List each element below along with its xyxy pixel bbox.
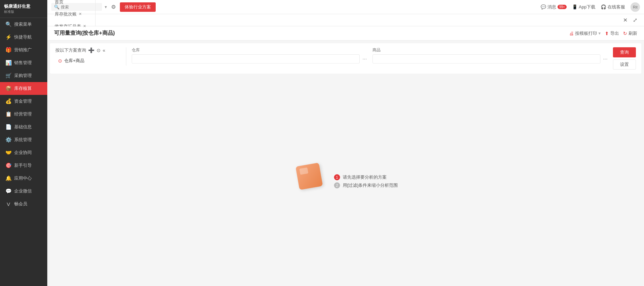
- warehouse-input-row: ···: [132, 54, 368, 63]
- sidebar-item-search[interactable]: 🔍 搜索菜单: [0, 18, 47, 31]
- settings-scheme-btn[interactable]: ⊙: [97, 48, 101, 53]
- sidebar-scroll: 🔍 搜索菜单 ⚡ 快捷导航 🎁 营销推广 📊 销售管理 🛒 采购管理 📦 库存核…: [0, 18, 47, 286]
- top-header: 🔍 ▾ ⚙ 体验行业方案 💬 消息 99+ 📱 App下载 🎧 在线客服 Rit: [47, 0, 644, 14]
- warehouse-input[interactable]: [132, 54, 360, 63]
- gear-icon[interactable]: ⚙: [110, 2, 117, 11]
- print-icon: 🖨: [569, 31, 574, 36]
- sidebar-label-sales: 销售管理: [14, 60, 32, 66]
- sidebar-label-marketing: 营销推广: [14, 47, 32, 53]
- tab-close-receipt-summary[interactable]: ✕: [83, 24, 86, 28]
- sidebar-icon-apps: 🔔: [5, 175, 11, 181]
- close-tab-btn[interactable]: ✕: [622, 16, 629, 25]
- sidebar-icon-search: 🔍: [5, 21, 11, 27]
- tab-close-batch-ledger[interactable]: ✕: [79, 12, 82, 16]
- tab-label-batch-ledger: 库存批次账: [55, 11, 77, 17]
- empty-box-icon: [295, 162, 323, 190]
- sidebar-label-purchase: 采购管理: [14, 73, 32, 79]
- warehouse-label: 仓库: [132, 47, 368, 53]
- hint-item-1: 1 请先选择要分析的方案: [334, 174, 398, 180]
- sidebar-item-sales[interactable]: 📊 销售管理: [0, 56, 47, 69]
- sidebar-item-cooperation[interactable]: 🤝 企业协同: [0, 146, 47, 159]
- sidebar-item-operations[interactable]: 📋 经营管理: [0, 108, 47, 121]
- message-action[interactable]: 💬 消息 99+: [541, 4, 567, 10]
- online-service-action[interactable]: 🎧 在线客服: [601, 4, 625, 10]
- sidebar-label-basic: 基础信息: [14, 124, 32, 130]
- warehouse-more-btn[interactable]: ···: [361, 55, 368, 63]
- message-icon: 💬: [541, 4, 546, 9]
- sidebar-item-member[interactable]: V 畅会员: [0, 198, 47, 210]
- refresh-action[interactable]: ↻ 刷新: [623, 30, 637, 36]
- hint-item-2: 2 用[过滤]条件来缩小分析范围: [334, 182, 398, 188]
- tab-batch-ledger[interactable]: 库存批次账 ✕: [50, 8, 96, 20]
- sidebar-label-inventory: 库存核算: [14, 85, 32, 92]
- sidebar-item-weixin[interactable]: 💬 企业微信: [0, 185, 47, 198]
- sidebar: 畅康通好生意 标准版 🔍 搜索菜单 ⚡ 快捷导航 🎁 营销推广 📊 销售管理 🛒…: [0, 0, 47, 286]
- sidebar-label-member: 畅会员: [14, 201, 27, 207]
- app-download-action[interactable]: 📱 App下载: [572, 4, 595, 10]
- app-download-label: App下载: [579, 4, 595, 10]
- sidebar-icon-guide: 🎯: [5, 162, 11, 168]
- goods-input[interactable]: [372, 54, 600, 63]
- print-label: 按模板打印: [575, 30, 597, 36]
- sidebar-icon-marketing: 🎁: [5, 47, 11, 53]
- expand-tab-btn[interactable]: ⤢: [632, 16, 639, 25]
- sidebar-item-shortcut[interactable]: ⚡ 快捷导航: [0, 31, 47, 44]
- export-label: 导出: [610, 30, 619, 36]
- print-dropdown-icon[interactable]: ▾: [598, 31, 601, 36]
- hint-num-1: 1: [334, 174, 340, 180]
- goods-more-btn[interactable]: ···: [602, 55, 609, 63]
- page-title: 可用量查询(按仓库+商品): [54, 30, 569, 37]
- scheme-header: 按以下方案查询 ➕ ⊙ «: [55, 47, 122, 53]
- add-scheme-btn[interactable]: ➕: [88, 47, 95, 53]
- service-icon: 🎧: [601, 4, 606, 9]
- sidebar-icon-member: V: [5, 201, 11, 207]
- trial-button[interactable]: 体验行业方案: [120, 2, 156, 12]
- sidebar-item-inventory[interactable]: 📦 库存核算: [0, 82, 47, 95]
- sidebar-item-marketing[interactable]: 🎁 营销推广: [0, 44, 47, 56]
- sidebar-label-search: 搜索菜单: [14, 21, 32, 27]
- page-header: 可用量查询(按仓库+商品) 🖨 按模板打印 ▾ ⬆ 导出 ↻ 刷新: [47, 26, 644, 41]
- hint-text-1: 请先选择要分析的方案: [343, 174, 387, 180]
- sidebar-icon-sales: 📊: [5, 60, 11, 66]
- sidebar-item-apps[interactable]: 🔔 应用中心: [0, 172, 47, 185]
- query-scheme-section: 按以下方案查询 ➕ ⊙ « ⊙ 仓库+商品: [55, 47, 126, 66]
- scheme-item-warehouse-goods[interactable]: ⊙ 仓库+商品: [55, 56, 122, 66]
- settings-button[interactable]: 设置: [613, 59, 636, 70]
- filter-field-goods: 商品 ···: [372, 47, 609, 63]
- empty-illustration: [293, 162, 327, 196]
- sidebar-label-apps: 应用中心: [14, 175, 32, 181]
- dropdown-icon[interactable]: ▾: [105, 4, 107, 9]
- query-button[interactable]: 查询: [613, 47, 636, 57]
- tab-home[interactable]: 首页: [50, 0, 96, 8]
- sidebar-item-system[interactable]: ⚙️ 系统管理: [0, 133, 47, 146]
- query-action-btns: 查询 设置: [609, 47, 636, 70]
- collapse-scheme-btn[interactable]: «: [103, 48, 105, 53]
- sidebar-icon-basic: 📄: [5, 124, 11, 130]
- sidebar-items-container: 🔍 搜索菜单 ⚡ 快捷导航 🎁 营销推广 📊 销售管理 🛒 采购管理 📦 库存核…: [0, 18, 47, 210]
- sidebar-item-guide[interactable]: 🎯 新手引导: [0, 159, 47, 172]
- sidebar-icon-cooperation: 🤝: [5, 150, 11, 156]
- tab-label-home: 首页: [55, 0, 63, 5]
- scheme-item-label: 仓库+商品: [64, 58, 84, 64]
- tab-close-available-ledger[interactable]: ✕: [87, 36, 91, 41]
- tabs-bar: 首页 库存批次账 ✕ 收发存汇总表 ✕ 可用量库存账本 ✕ ✕ ⤢: [47, 14, 644, 26]
- print-action[interactable]: 🖨 按模板打印 ▾: [569, 30, 601, 36]
- phone-icon: 📱: [572, 4, 577, 9]
- sidebar-item-purchase[interactable]: 🛒 采购管理: [0, 69, 47, 82]
- sidebar-label-guide: 新手引导: [14, 162, 32, 168]
- export-action[interactable]: ⬆ 导出: [605, 30, 619, 36]
- sidebar-item-basic[interactable]: 📄 基础信息: [0, 121, 47, 133]
- empty-state: 1 请先选择要分析的方案 2 用[过滤]条件来缩小分析范围: [47, 76, 644, 286]
- sidebar-item-finance[interactable]: 💰 资金管理: [0, 95, 47, 108]
- tab-actions: ✕ ⤢: [619, 14, 641, 26]
- message-label: 消息: [547, 4, 556, 10]
- goods-input-row: ···: [372, 54, 609, 63]
- refresh-icon: ↻: [623, 31, 627, 36]
- user-avatar[interactable]: Rit: [630, 2, 640, 12]
- goods-label: 商品: [372, 47, 609, 53]
- scheme-item-icon: ⊙: [58, 58, 62, 63]
- hint-num-2: 2: [334, 182, 340, 188]
- logo-sub: 标准版: [4, 9, 43, 14]
- header-actions: 💬 消息 99+ 📱 App下载 🎧 在线客服 Rit: [541, 2, 640, 12]
- online-service-label: 在线客服: [608, 4, 625, 10]
